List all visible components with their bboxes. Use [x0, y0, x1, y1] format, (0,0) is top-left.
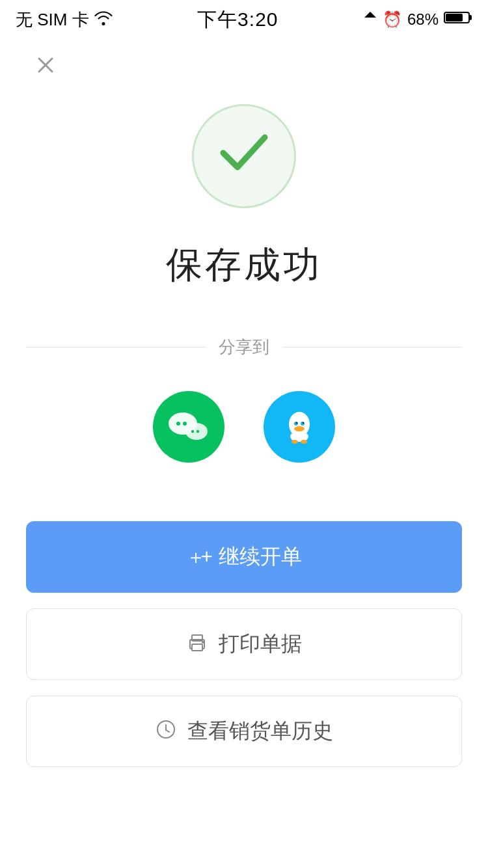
svg-point-16: [296, 422, 297, 424]
status-right: ⏰ 68%: [363, 10, 472, 29]
history-button[interactable]: 查看销货单历史: [26, 696, 462, 767]
print-button[interactable]: 打印单据: [26, 608, 462, 680]
history-label: 查看销货单历史: [187, 717, 333, 746]
svg-rect-1: [469, 15, 472, 20]
actions: ＋ + 继续开单 打印单据 查看销货单历: [0, 521, 488, 767]
print-label: 打印单据: [219, 630, 302, 658]
svg-point-14: [294, 422, 298, 426]
alarm-icon: ⏰: [383, 10, 402, 29]
svg-point-9: [191, 430, 194, 433]
svg-point-18: [294, 426, 305, 431]
wechat-share-button[interactable]: [153, 391, 224, 463]
checkmark-icon: [218, 129, 270, 183]
svg-point-6: [176, 422, 180, 426]
battery-icon: [444, 10, 472, 29]
battery-percentage: 68%: [407, 10, 439, 29]
svg-point-21: [301, 440, 307, 444]
main-content: 保存成功 分享到: [0, 39, 488, 767]
share-icons: [26, 391, 462, 463]
success-icon-circle: [192, 104, 296, 208]
status-left: 无 SIM 卡: [16, 8, 113, 31]
printer-icon: [186, 631, 208, 658]
sim-status: 无 SIM 卡: [16, 8, 89, 31]
location-icon: [363, 10, 377, 29]
svg-point-17: [303, 422, 304, 424]
svg-point-7: [183, 422, 187, 426]
share-section: 分享到: [0, 336, 488, 463]
svg-rect-24: [192, 644, 202, 651]
svg-point-20: [291, 440, 298, 444]
share-divider: 分享到: [26, 336, 462, 359]
share-label: 分享到: [219, 336, 269, 359]
status-time: 下午3:20: [197, 7, 278, 33]
svg-point-10: [197, 430, 199, 433]
svg-point-15: [301, 422, 305, 426]
qq-icon: [279, 407, 319, 447]
svg-point-25: [202, 641, 204, 644]
qq-share-button[interactable]: [264, 391, 335, 463]
continue-label: + 继续开单: [200, 543, 302, 571]
status-bar: 无 SIM 卡 下午3:20 ⏰ 68%: [0, 0, 488, 39]
continue-button[interactable]: ＋ + 继续开单: [26, 521, 462, 593]
close-button[interactable]: [26, 46, 65, 85]
wechat-icon: [166, 404, 211, 450]
svg-rect-2: [446, 14, 463, 21]
wifi-icon: [94, 10, 113, 30]
history-icon: [155, 718, 177, 745]
success-title: 保存成功: [166, 241, 322, 290]
